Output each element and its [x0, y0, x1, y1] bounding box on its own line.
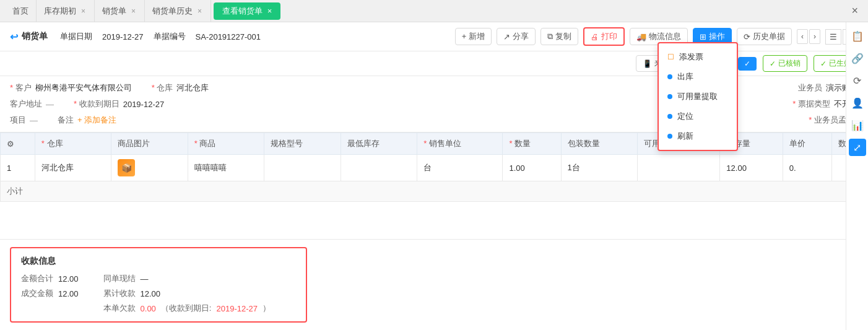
- history-button-label: 历史单据: [753, 31, 785, 42]
- doc-meta: 单据日期 2019-12-27 单据编号 SA-20191227-001: [60, 31, 261, 42]
- customer-value: 柳州粤港平安气体有限公司: [35, 82, 132, 93]
- tab-bar-close-button[interactable]: ×: [846, 2, 863, 20]
- cumulative-payment-label: 累计收款: [103, 288, 136, 299]
- sidebar-expand-icon[interactable]: ⤢: [849, 139, 866, 156]
- share-icon: ↗: [503, 32, 510, 41]
- payment-info-box: 收款信息 金额合计 12.00 成交金额 12.00: [10, 247, 307, 323]
- tab-sales-close[interactable]: ×: [130, 6, 137, 17]
- blue-dot-icon: [667, 74, 672, 79]
- product-image: 📦: [118, 159, 135, 176]
- staff-label: 业务员: [798, 82, 822, 93]
- customer-field: 客户 柳州粤港平安气体有限公司: [10, 82, 132, 93]
- tab-view-sales-close[interactable]: ×: [267, 6, 272, 15]
- table-row: 1 河北仓库 📦 嘻嘻嘻嘻 台 1.00 1台 12.00 0.: [1, 155, 868, 181]
- arrears-date: 2019-12-27: [216, 304, 258, 313]
- blue-dot-icon2: [667, 94, 672, 99]
- warehouse-label: 仓库: [152, 82, 173, 93]
- doc-date-label: 单据日期: [60, 31, 92, 42]
- tab-inventory[interactable]: 库存期初 ×: [37, 0, 95, 22]
- cell-product: 嘻嘻嘻嘻: [188, 155, 264, 181]
- history-button[interactable]: ⟳ 历史单据: [737, 28, 792, 45]
- sales-staff-label: 业务员孟: [809, 115, 846, 126]
- col-package: 包装数量: [561, 133, 637, 155]
- sidebar-link-icon[interactable]: 🔗: [849, 50, 866, 67]
- new-button[interactable]: + 新增: [455, 28, 492, 45]
- tab-view-sales-label: 查看销货单: [222, 6, 263, 15]
- col-spec: 规格型号: [264, 133, 341, 155]
- outbound-label: 出库: [677, 71, 693, 82]
- tab-sales-history[interactable]: 销货单历史 ×: [145, 0, 211, 22]
- same-order-value: —: [141, 274, 149, 284]
- nav-next[interactable]: ›: [809, 29, 820, 44]
- tab-sales-label: 销货单: [102, 6, 126, 17]
- confirm-button[interactable]: ✓: [738, 57, 757, 71]
- dropdown-refresh[interactable]: 刷新: [659, 126, 737, 146]
- right-sidebar: 📋 🔗 ⟳ 👤 📊 ⤢: [846, 22, 868, 330]
- cancelled-label: 已核销: [778, 58, 801, 69]
- cell-warehouse: 河北仓库: [35, 155, 111, 181]
- sidebar-refresh-icon[interactable]: ⟳: [849, 72, 866, 89]
- payment-info-rows: 金额合计 12.00 成交金额 12.00 同单现结 —: [21, 273, 296, 314]
- share-button[interactable]: ↗ 分享: [497, 28, 536, 45]
- subtotal-label: 小计: [1, 181, 868, 202]
- ticket-label: 票据类型: [792, 98, 830, 110]
- address-label: 客户地址: [10, 98, 42, 110]
- sidebar-chart-icon[interactable]: 📊: [849, 116, 866, 134]
- address-field: 客户地址 —: [10, 98, 54, 110]
- project-value: —: [30, 116, 38, 125]
- col-price: 单价: [783, 133, 832, 155]
- tab-view-sales[interactable]: 查看销货单 ×: [214, 2, 280, 20]
- remark-label: 备注: [58, 115, 74, 126]
- operations-dropdown: ☐ 添发票 出库 可用量提取 定位 刷新: [658, 42, 738, 151]
- col-min-stock: 最低库存: [341, 133, 417, 155]
- dropdown-outbound[interactable]: 出库: [659, 67, 737, 87]
- view-list-button[interactable]: ☰: [825, 29, 841, 45]
- doc-date-value: 2019-12-27: [102, 32, 144, 41]
- print-icon: 🖨: [591, 32, 599, 41]
- doc-number-label: 单据编号: [154, 31, 186, 42]
- total-amount-label: 金额合计: [21, 273, 53, 284]
- subtotal-row: 小计: [1, 181, 868, 202]
- grid-icon: ⊞: [700, 32, 706, 41]
- arrears-field: 本单欠款 0.00 （收款到期日: 2019-12-27 ）: [103, 303, 271, 314]
- add-remark-button[interactable]: + 添加备注: [77, 115, 116, 126]
- payment-info-left: 金额合计 12.00 成交金额 12.00: [21, 273, 79, 314]
- remark-field: 备注 + 添加备注: [58, 115, 116, 126]
- checkbox-icon: ☐: [667, 53, 674, 61]
- arrears-label: 本单欠款: [103, 303, 136, 314]
- check-circle-icon2: ✓: [820, 59, 827, 68]
- dropdown-locate[interactable]: 定位: [659, 106, 737, 126]
- nav-prev[interactable]: ‹: [797, 29, 808, 44]
- cancelled-button[interactable]: ✓ 已核销: [763, 55, 807, 72]
- dropdown-available-qty[interactable]: 可用量提取: [659, 87, 737, 106]
- logistics-icon: 🚚: [636, 32, 646, 41]
- copy-button[interactable]: ⧉ 复制: [540, 28, 578, 45]
- col-product: 商品: [188, 133, 264, 155]
- print-button[interactable]: 🖨 打印: [583, 27, 625, 46]
- blue-dot-icon4: [667, 134, 672, 139]
- cell-num: 1: [1, 155, 35, 181]
- arrears-value: 0.00: [141, 304, 156, 313]
- sidebar-clipboard-icon[interactable]: 📋: [849, 27, 866, 45]
- tab-sales-history-label: 销货单历史: [152, 6, 193, 17]
- payment-date-label: 收款到期日: [74, 98, 119, 110]
- col-settings[interactable]: ⚙: [1, 133, 35, 155]
- sidebar-user-icon[interactable]: 👤: [849, 94, 866, 111]
- tab-sales-history-close[interactable]: ×: [196, 6, 203, 17]
- operations-button-label: 操作: [709, 31, 725, 42]
- tab-inventory-close[interactable]: ×: [80, 6, 87, 17]
- refresh-label: 刷新: [677, 131, 693, 142]
- cell-spec: [264, 155, 341, 181]
- sales-order-icon: ↩: [10, 31, 18, 43]
- address-value: —: [46, 100, 54, 109]
- confirm-icon: ✓: [744, 59, 750, 68]
- dropdown-add-invoice[interactable]: ☐ 添发票: [659, 47, 737, 67]
- arrears-bracket: ）: [263, 303, 271, 314]
- copy-icon: ⧉: [547, 32, 553, 41]
- customer-label: 客户: [10, 82, 32, 93]
- check-circle-icon: ✓: [770, 59, 776, 68]
- blue-dot-icon3: [667, 114, 672, 119]
- tab-sales[interactable]: 销货单 ×: [95, 0, 145, 22]
- total-amount-field: 金额合计 12.00: [21, 273, 79, 284]
- tab-home[interactable]: 首页: [5, 0, 37, 22]
